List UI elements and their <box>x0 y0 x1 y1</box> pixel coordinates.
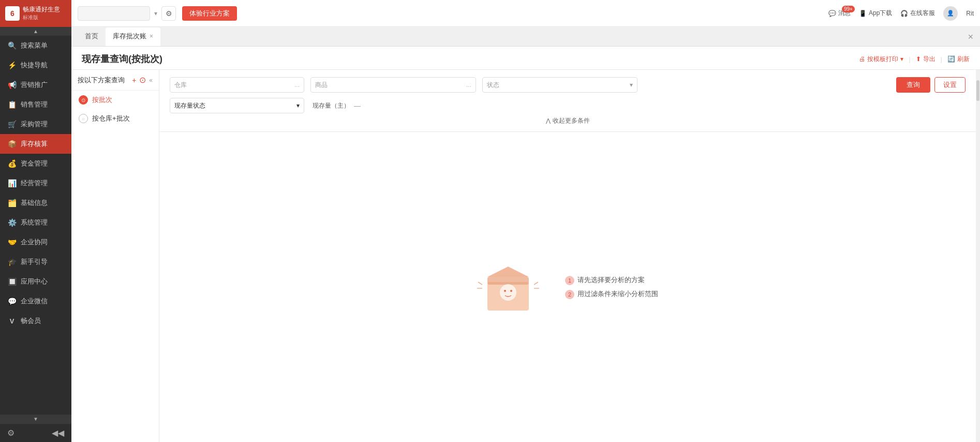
filter-actions: 查询 设置 <box>896 77 966 93</box>
filter-field-inventory-amount: 现存量（主） — <box>313 101 361 110</box>
tab-inventory-batch[interactable]: 库存批次账 × <box>106 27 160 46</box>
empty-svg <box>477 256 539 318</box>
status-input[interactable]: 状态 ▾ <box>482 77 637 93</box>
sidebar-item-member[interactable]: V 畅会员 <box>0 311 71 331</box>
svg-rect-1 <box>487 277 529 285</box>
sidebar-scroll-up[interactable]: ▲ <box>0 27 71 36</box>
scheme-item-batch[interactable]: ⊙ 按批次 <box>71 91 159 109</box>
sidebar-footer: ⚙ ◀◀ <box>0 423 71 442</box>
scheme-settings-button[interactable]: ⊙ <box>139 75 146 85</box>
sidebar-header: 6 畅康通好生意 标准版 <box>0 0 71 27</box>
svg-line-8 <box>534 282 538 285</box>
topbar: ▾ ⚙ 体验行业方案 💬 消息 99+ 📱 App下载 🎧 在线客服 👤 Rit <box>71 0 980 27</box>
export-icon: ⬆ <box>916 55 921 63</box>
query-button[interactable]: 查询 <box>896 77 930 93</box>
right-scrollbar[interactable] <box>976 70 980 442</box>
sidebar-item-appstore[interactable]: 🔲 应用中心 <box>0 272 71 291</box>
print-icon: 🖨 <box>859 55 865 63</box>
search-icon: 🔍 <box>7 41 17 50</box>
hint-text-1: 请先选择要分析的方案 <box>577 275 645 285</box>
tab-home[interactable]: 首页 <box>78 27 106 46</box>
collapse-more-button[interactable]: ⋀ 收起更多条件 <box>170 113 966 126</box>
print-button[interactable]: 🖨 按模板打印 ▾ <box>859 55 903 64</box>
app-download-label: App下载 <box>869 9 892 18</box>
sidebar-item-label: 搜索菜单 <box>21 41 48 50</box>
money-icon: 💰 <box>7 159 17 168</box>
export-button[interactable]: ⬆ 导出 <box>916 55 936 64</box>
filter-row-1: 仓库 ... 商品 ... 状态 ▾ <box>170 77 966 93</box>
settings-button[interactable]: 设置 <box>934 77 966 93</box>
scheme-label-warehouse: 按仓库+批次 <box>92 114 130 123</box>
svg-point-3 <box>500 284 516 301</box>
topbar-gear-button[interactable]: ⚙ <box>161 6 176 21</box>
page-header: 现存量查询(按批次) 🖨 按模板打印 ▾ | ⬆ 导出 | 🔄 刷新 <box>71 47 980 70</box>
goods-input[interactable]: 商品 ... <box>310 77 476 93</box>
sidebar-item-operations[interactable]: 📊 经营管理 <box>0 173 71 193</box>
inventory-status-dropdown-icon[interactable]: ▾ <box>296 102 300 109</box>
sidebar-item-inventory[interactable]: 📦 库存核算 <box>0 134 71 154</box>
search-input[interactable] <box>78 6 150 21</box>
sidebar-item-newguide[interactable]: 🎓 新手引导 <box>0 252 71 272</box>
svg-point-5 <box>510 290 512 292</box>
sidebar-title: 畅康通好生意 <box>23 6 60 14</box>
industry-btn[interactable]: 体验行业方案 <box>182 6 237 21</box>
cart-icon: 🛒 <box>7 120 17 129</box>
scheme-item-warehouse-batch[interactable]: ○ 按仓库+批次 <box>71 109 159 128</box>
sidebar-item-label: 销售管理 <box>21 100 48 109</box>
sidebar-item-wechat[interactable]: 💬 企业微信 <box>0 291 71 311</box>
app-download-button[interactable]: 📱 App下载 <box>859 9 892 18</box>
sidebar: 6 畅康通好生意 标准版 ▲ 🔍 搜索菜单 ⚡ 快捷导航 📢 营销推广 📋 销售… <box>0 0 71 442</box>
topbar-right: 💬 消息 99+ 📱 App下载 🎧 在线客服 👤 Rit <box>828 6 974 21</box>
content-area: 按以下方案查询 + ⊙ « ⊙ 按批次 ○ 按仓库+批次 <box>71 70 980 442</box>
status-dropdown-icon[interactable]: ▾ <box>630 81 633 89</box>
inventory-status-select[interactable]: 现存量状态 ▾ <box>170 98 304 113</box>
warehouse-input[interactable]: 仓库 ... <box>170 77 304 93</box>
wechat-icon: 💬 <box>7 297 17 306</box>
sidebar-item-quick-nav[interactable]: ⚡ 快捷导航 <box>0 55 71 75</box>
print-dropdown-icon[interactable]: ▾ <box>900 55 903 63</box>
search-dropdown-icon[interactable]: ▾ <box>154 10 157 17</box>
hint-num-1: 1 <box>565 276 574 285</box>
sidebar-item-system[interactable]: ⚙️ 系统管理 <box>0 213 71 232</box>
sidebar-item-basic[interactable]: 🗂️ 基础信息 <box>0 193 71 213</box>
filter-row-2: 现存量状态 ▾ 现存量（主） — <box>170 98 966 113</box>
left-panel-actions: + ⊙ « <box>132 75 153 85</box>
chart-icon: 📊 <box>7 179 17 188</box>
message-button[interactable]: 💬 消息 99+ <box>828 9 851 18</box>
sidebar-item-sales[interactable]: 📋 销售管理 <box>0 95 71 114</box>
inventory-amount-label: 现存量（主） <box>313 101 350 110</box>
global-close-button[interactable]: ✕ <box>968 33 974 41</box>
warehouse-label: 仓库 <box>174 81 187 90</box>
tab-close-icon[interactable]: × <box>150 33 153 40</box>
scrollbar-thumb[interactable] <box>976 80 979 101</box>
online-service-button[interactable]: 🎧 在线客服 <box>900 9 935 18</box>
sidebar-item-label: 采购管理 <box>21 120 48 129</box>
sidebar-item-search[interactable]: 🔍 搜索菜单 <box>0 36 71 55</box>
left-panel-title: 按以下方案查询 <box>78 76 125 85</box>
sidebar-item-marketing[interactable]: 📢 营销推广 <box>0 75 71 95</box>
refresh-button[interactable]: 🔄 刷新 <box>947 55 970 64</box>
hint-num-2: 2 <box>565 290 574 299</box>
tab-label: 库存批次账 <box>113 32 146 41</box>
sidebar-item-enterprise[interactable]: 🤝 企业协同 <box>0 232 71 252</box>
filter-field-inventory-status: 现存量状态 ▾ <box>170 98 304 113</box>
folder-icon: 🗂️ <box>7 198 17 208</box>
sidebar-item-label: 基础信息 <box>21 198 48 208</box>
collapse-panel-button[interactable]: « <box>149 77 153 84</box>
goods-label: 商品 <box>315 81 328 90</box>
results-area: 1 请先选择要分析的方案 2 用过滤条件来缩小分析范围 <box>159 132 976 442</box>
sidebar-item-purchase[interactable]: 🛒 采购管理 <box>0 114 71 134</box>
message-badge: 99+ <box>842 6 855 12</box>
left-panel: 按以下方案查询 + ⊙ « ⊙ 按批次 ○ 按仓库+批次 <box>71 70 159 442</box>
sidebar-scroll-down[interactable]: ▼ <box>0 415 71 423</box>
warehouse-more-icon[interactable]: ... <box>294 81 300 89</box>
goods-more-icon[interactable]: ... <box>466 81 471 89</box>
sidebar-item-label: 企业协同 <box>21 238 48 247</box>
collapse-sidebar-icon[interactable]: ◀◀ <box>52 428 64 438</box>
svg-line-6 <box>478 282 482 285</box>
action-separator-2: | <box>941 55 942 63</box>
phone-icon: 📱 <box>859 10 867 17</box>
settings-footer-icon[interactable]: ⚙ <box>7 428 14 438</box>
sidebar-item-finance[interactable]: 💰 资金管理 <box>0 154 71 173</box>
add-scheme-button[interactable]: + <box>132 76 136 84</box>
